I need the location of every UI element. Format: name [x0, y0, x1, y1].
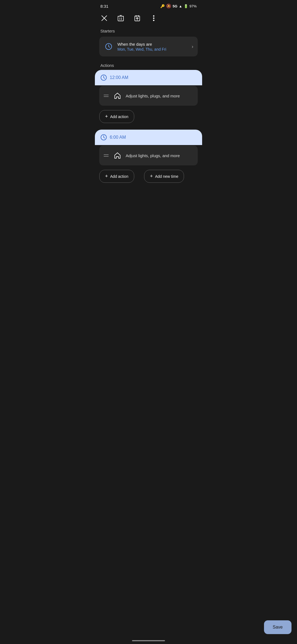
- action-card-text-1: Adjust lights, plugs, and more: [126, 94, 180, 98]
- starter-card-text: When the days are Mon, Tue, Wed, Thu, an…: [117, 42, 192, 51]
- svg-point-13: [153, 18, 155, 19]
- time-header-2[interactable]: 6:00 AM: [95, 130, 202, 145]
- clock-icon: [104, 42, 114, 51]
- svg-point-12: [153, 15, 155, 17]
- key-icon: 🔑: [160, 4, 165, 8]
- chevron-right-icon: ›: [192, 44, 193, 50]
- add-action-label-2: Add action: [110, 174, 128, 179]
- svg-line-20: [104, 78, 105, 78]
- add-action-button-1[interactable]: + Add action: [99, 110, 134, 123]
- time-label-2: 6:00 AM: [110, 135, 126, 140]
- battery-icon: 🔋: [184, 4, 188, 8]
- drag-handle-2[interactable]: [104, 154, 109, 157]
- svg-point-14: [153, 20, 155, 21]
- svg-rect-2: [118, 16, 123, 21]
- action-group-2: 6:00 AM Adjust lights, plugs, and more +…: [95, 130, 202, 187]
- add-action-button-2[interactable]: + Add action: [99, 170, 134, 183]
- actions-label: Actions: [95, 61, 202, 70]
- home-icon-2: [112, 151, 122, 160]
- plus-icon-3: +: [150, 173, 153, 179]
- time-header-1[interactable]: 12:00 AM: [95, 70, 202, 85]
- action-card-1[interactable]: Adjust lights, plugs, and more: [99, 86, 198, 106]
- status-icons: 🔑 🔕 5G ▲ 🔋 97%: [160, 4, 197, 9]
- network-label: 5G: [173, 4, 177, 8]
- svg-line-23: [104, 137, 105, 138]
- action-card-text-2: Adjust lights, plugs, and more: [126, 153, 180, 158]
- time-label-1: 12:00 AM: [110, 75, 128, 80]
- home-icon-1: [112, 91, 122, 101]
- drag-handle-1[interactable]: [104, 95, 109, 97]
- starters-label: Starters: [95, 26, 202, 37]
- add-new-time-label: Add new time: [155, 174, 178, 179]
- delete-button[interactable]: [116, 13, 126, 23]
- status-time: 8:31: [100, 4, 108, 9]
- signal-icon: ▲: [179, 4, 182, 8]
- action-group-1: 12:00 AM Adjust lights, plugs, and more …: [95, 70, 202, 127]
- starter-card[interactable]: When the days are Mon, Tue, Wed, Thu, an…: [99, 37, 198, 56]
- export-button[interactable]: [132, 13, 142, 23]
- starter-card-title: When the days are: [117, 42, 192, 47]
- battery-level: 97%: [189, 4, 197, 8]
- notification-icon: 🔕: [166, 4, 171, 9]
- plus-icon-2: +: [105, 173, 108, 179]
- svg-line-17: [109, 47, 110, 47]
- action-card-2[interactable]: Adjust lights, plugs, and more: [99, 146, 198, 165]
- plus-icon-1: +: [105, 114, 108, 119]
- close-button[interactable]: [99, 13, 109, 23]
- add-new-time-button[interactable]: + Add new time: [144, 170, 184, 183]
- starter-card-subtitle: Mon, Tue, Wed, Thu, and Fri: [117, 47, 192, 51]
- status-bar: 8:31 🔑 🔕 5G ▲ 🔋 97%: [95, 0, 202, 11]
- toolbar: [95, 11, 202, 26]
- add-action-label-1: Add action: [110, 114, 128, 119]
- more-options-button[interactable]: [149, 13, 159, 23]
